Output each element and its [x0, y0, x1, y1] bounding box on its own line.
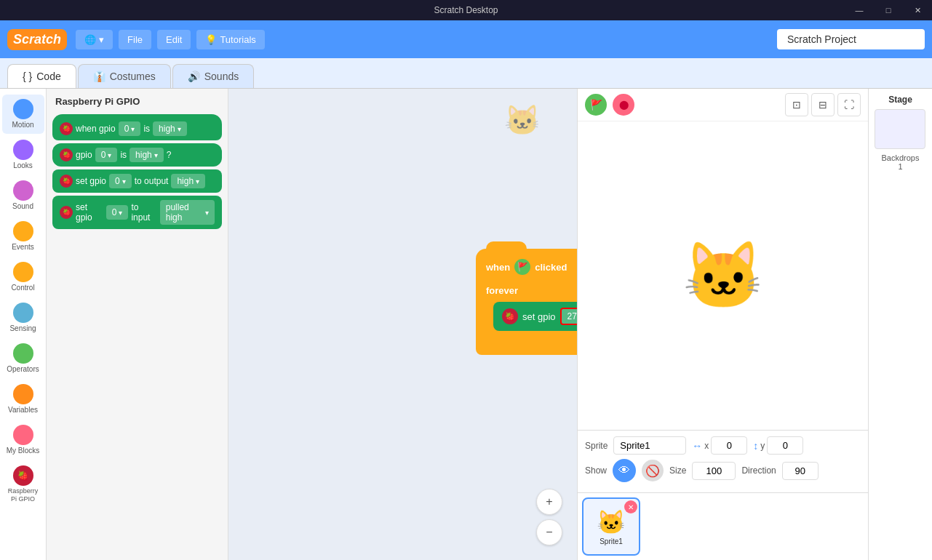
block-set-gpio-output[interactable]: 🍓 set gpio 0 to output high: [52, 169, 222, 193]
y-input[interactable]: [767, 436, 803, 455]
main-block-stack: when 🚩 clicked forever 🍓 set gpio: [476, 249, 577, 355]
gpio-27-dropdown[interactable]: 27: [560, 308, 577, 325]
app-title: Scratch Desktop: [434, 5, 498, 15]
sidebar-item-sensing[interactable]: Sensing: [2, 298, 44, 337]
zoom-out-btn[interactable]: −: [536, 519, 562, 545]
rasp-icon-2: 🍓: [60, 148, 73, 161]
question-mark: ?: [167, 150, 172, 160]
sidebar-label-control: Control: [11, 284, 34, 292]
forever-label-row: forever: [476, 281, 577, 300]
tab-sounds[interactable]: 🔊 Sounds: [172, 64, 254, 88]
direction-label: Direction: [741, 465, 776, 476]
sidebar-item-looks[interactable]: Looks: [2, 135, 44, 175]
sprite-info: Sprite ↔ x ↕ y Show 👁 🚫 Size: [578, 430, 868, 492]
set-gpio-text-2: set gpio: [76, 202, 103, 223]
large-view-btn[interactable]: ⊟: [811, 93, 835, 116]
y-coord-group: ↕ y: [753, 436, 803, 455]
when-gpio-text: when gpio: [76, 124, 116, 134]
hat-bump: [486, 241, 527, 255]
stage-header: 🚩 ⬤ ⊡ ⊟ ⛶: [578, 89, 868, 121]
rasp-icon-3: 🍓: [60, 175, 73, 188]
gpio-num-dropdown-4[interactable]: 0: [106, 205, 129, 220]
project-title-input[interactable]: [777, 29, 925, 49]
stage-view-controls: ⊡ ⊟ ⛶: [785, 93, 861, 116]
sidebar-item-rpi[interactable]: 🍓 RaspberryPi GPIO: [2, 461, 44, 508]
sensing-dot: [13, 303, 33, 323]
show-toggle-on[interactable]: 👁: [613, 459, 636, 482]
backdrops-label: Backdrops: [875, 153, 926, 162]
forever-label: forever: [486, 285, 518, 296]
red-stop-btn[interactable]: ⬤: [613, 94, 634, 116]
rasp-icon-1: 🍓: [60, 122, 73, 135]
green-flag-btn[interactable]: 🚩: [585, 94, 607, 116]
sprite-label: Sprite: [585, 441, 608, 451]
code-area: 🐱 when 🚩 clicked forever: [228, 89, 577, 560]
gpio-num-dropdown-2[interactable]: 0: [95, 148, 118, 162]
sidebar-item-control[interactable]: Control: [2, 257, 44, 297]
minimize-btn[interactable]: —: [845, 0, 874, 20]
backdrops-count: 1: [875, 162, 926, 171]
edit-menu-button[interactable]: Edit: [157, 30, 191, 49]
block-set-gpio-input[interactable]: 🍓 set gpio 0 to input pulled high: [52, 196, 222, 229]
stage-backdrop-preview[interactable]: [875, 109, 925, 149]
is-text-1: is: [143, 124, 150, 134]
to-output-text-1: to output: [135, 176, 169, 186]
menubar: Scratch 🌐 ▾ File Edit 💡 Tutorials: [0, 20, 932, 58]
sidebar-item-sound[interactable]: Sound: [2, 176, 44, 215]
tab-costumes[interactable]: 👔 Costumes: [78, 64, 171, 88]
gpio-num-dropdown-1[interactable]: 0: [119, 121, 141, 136]
set-gpio-block[interactable]: 🍓 set gpio 27 to output high: [493, 302, 577, 331]
y-label: y: [760, 441, 765, 451]
when-clicked-block[interactable]: when 🚩 clicked: [476, 249, 577, 281]
zoom-controls: + −: [536, 489, 562, 545]
gpio-state-dropdown-1[interactable]: high: [153, 121, 187, 136]
sidebar-label-sound: Sound: [12, 202, 33, 211]
y-arrow-icon: ↕: [753, 440, 758, 452]
sidebar-label-myblocks: My Blocks: [7, 447, 40, 455]
show-toggle-off[interactable]: 🚫: [642, 460, 664, 481]
sidebar-label-operators: Operators: [7, 365, 39, 374]
globe-button[interactable]: 🌐 ▾: [76, 30, 113, 49]
small-view-btn[interactable]: ⊡: [785, 93, 808, 116]
stage-sidebar: Stage Backdrops 1: [868, 89, 932, 560]
events-dot: [13, 221, 33, 241]
rpi-dot: 🍓: [13, 465, 33, 486]
file-menu-button[interactable]: File: [119, 30, 151, 49]
sound-dot: [13, 180, 33, 201]
sidebar-item-motion[interactable]: Motion: [2, 95, 44, 134]
maximize-btn[interactable]: □: [874, 0, 903, 20]
gpio-input-dropdown[interactable]: pulled high: [160, 200, 215, 225]
operators-dot: [13, 343, 33, 364]
sprite-attrs-row: Show 👁 🚫 Size Direction: [585, 459, 861, 482]
sidebar-item-events[interactable]: Events: [2, 217, 44, 256]
forever-block-wrapper[interactable]: forever 🍓 set gpio 27 to output h: [476, 281, 577, 355]
set-gpio-label: set gpio: [522, 311, 556, 322]
sidebar-item-myblocks[interactable]: My Blocks: [2, 420, 44, 460]
gpio-output-dropdown[interactable]: high: [171, 174, 205, 188]
tab-sounds-label: Sounds: [204, 71, 239, 82]
close-btn[interactable]: ✕: [903, 0, 932, 20]
rasp-icon-4: 🍓: [60, 206, 73, 219]
direction-input[interactable]: [782, 462, 819, 480]
zoom-in-btn[interactable]: +: [536, 489, 562, 515]
sidebar-item-variables[interactable]: Variables: [2, 380, 44, 419]
x-arrow-icon: ↔: [692, 440, 702, 452]
tutorials-button[interactable]: 💡 Tutorials: [196, 30, 264, 49]
tab-code[interactable]: { } Code: [7, 64, 76, 88]
sprite-thumb-sprite1[interactable]: ✕ 🐱 Sprite1: [582, 497, 640, 556]
tabbar: { } Code 👔 Costumes 🔊 Sounds: [0, 58, 932, 89]
inner-block-area: 🍓 set gpio 27 to output high: [493, 302, 577, 331]
stage-canvas: 🐱: [578, 121, 868, 430]
sidebar-item-operators[interactable]: Operators: [2, 339, 44, 378]
fullscreen-btn[interactable]: ⛶: [837, 93, 861, 116]
gpio-num-dropdown-3[interactable]: 0: [109, 174, 132, 188]
block-when-gpio[interactable]: 🍓 when gpio 0 is high: [52, 114, 222, 140]
size-input[interactable]: [692, 462, 736, 480]
delete-sprite-btn[interactable]: ✕: [624, 500, 637, 513]
x-input[interactable]: [711, 436, 747, 455]
when-label: when: [486, 262, 510, 273]
block-gpio-reporter[interactable]: 🍓 gpio 0 is high ?: [52, 143, 222, 167]
gpio-state-dropdown-2[interactable]: high: [130, 148, 164, 162]
x-coord-group: ↔ x: [692, 436, 747, 455]
sprite-name-input[interactable]: [613, 436, 686, 455]
